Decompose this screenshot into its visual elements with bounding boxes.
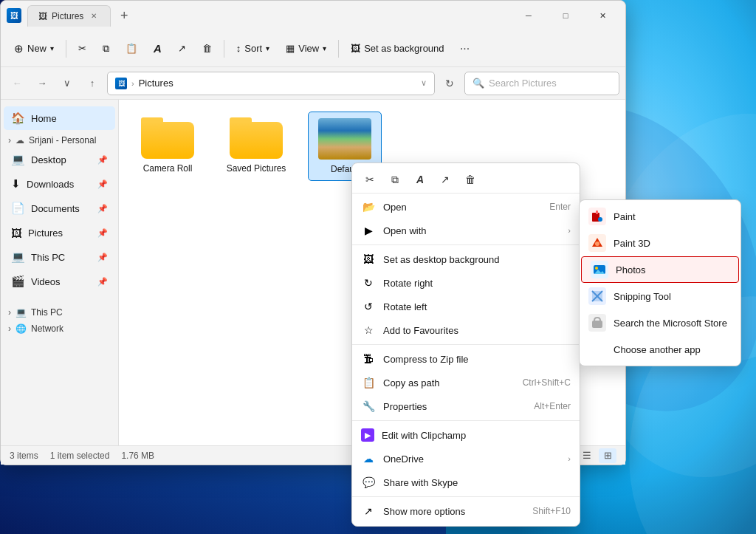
sm-item-paint3d[interactable]: Paint 3D xyxy=(580,230,740,256)
forward-button[interactable]: → xyxy=(32,73,52,94)
cm-item-properties[interactable]: 🔧 Properties Alt+Enter xyxy=(352,394,580,418)
rotate-right-label: Rotate right xyxy=(383,278,571,289)
sm-item-paint[interactable]: Paint xyxy=(580,203,740,230)
rotate-right-icon: ↻ xyxy=(361,275,376,290)
cm-item-rotate-left[interactable]: ↺ Rotate left xyxy=(352,295,580,318)
cm-item-show-more[interactable]: ↗ Show more options Shift+F10 xyxy=(352,499,580,523)
cm-delete-button[interactable]: 🗑 xyxy=(458,169,482,190)
cm-item-add-favourites[interactable]: ☆ Add to Favourites xyxy=(352,318,580,342)
sm-item-ms-store[interactable]: Search the Microsoft Store xyxy=(580,309,740,336)
sort-button[interactable]: ↕ Sort ▾ xyxy=(229,35,277,62)
cm-item-open-with[interactable]: ▶ Open with › xyxy=(352,219,580,242)
toolbar-sep-1 xyxy=(66,40,66,58)
folder-body-2 xyxy=(230,122,283,159)
rename-button[interactable]: A xyxy=(146,35,169,62)
minimize-button[interactable]: ─ xyxy=(512,4,546,27)
view-label: View xyxy=(298,43,319,54)
cm-rename-button[interactable]: A xyxy=(408,169,432,190)
cm-item-compress-zip[interactable]: 🗜 Compress to Zip file xyxy=(352,347,580,371)
copy-button[interactable]: ⧉ xyxy=(95,35,117,62)
folder-item-saved-pictures[interactable]: Saved Pictures xyxy=(219,112,293,181)
delete-button[interactable]: 🗑 xyxy=(195,35,219,62)
onedrive-icon: ☁ xyxy=(361,451,376,466)
set-bg-button[interactable]: 🖼 Set as background xyxy=(343,35,451,62)
close-button[interactable]: ✕ xyxy=(585,4,619,27)
cm-item-open[interactable]: 📂 Open Enter xyxy=(352,195,580,219)
address-dropdown-icon[interactable]: ∨ xyxy=(421,78,427,88)
sidebar-item-thispc-pinned[interactable]: 💻 This PC 📌 xyxy=(4,245,115,269)
videos-icon: 🎬 xyxy=(11,275,25,288)
snipping-tool-label: Snipping Tool xyxy=(614,291,732,302)
cm-item-share-skype[interactable]: 💬 Share with Skype xyxy=(352,470,580,494)
cm-item-edit-clipchamp[interactable]: ▶ Edit with Clipchamp xyxy=(352,423,580,447)
sm-item-snipping-tool[interactable]: Snipping Tool xyxy=(580,283,740,309)
toolbar-sep-3 xyxy=(338,40,339,58)
sidebar-home-label: Home xyxy=(31,113,57,124)
view-toggle-group: ☰ ⊞ xyxy=(578,448,616,463)
view-button[interactable]: ▦ View ▾ xyxy=(278,35,334,62)
maximize-button[interactable]: □ xyxy=(549,4,583,27)
search-bar[interactable]: 🔍 Search Pictures xyxy=(464,72,619,95)
section-arrow: › xyxy=(8,135,11,146)
share-skype-label: Share with Skype xyxy=(383,477,571,488)
open-icon: 📂 xyxy=(361,199,376,214)
toolbar: ⊕ New ▾ ✂ ⧉ 📋 A ↗ 🗑 ↕ Sort ▾ ▦ xyxy=(1,30,625,67)
sidebar-section-network[interactable]: › 🌐 Network xyxy=(1,319,118,335)
sidebar-section-personal[interactable]: › ☁ Srijani - Personal xyxy=(1,131,118,147)
set-bg-icon: 🖼 xyxy=(351,43,360,54)
submenu-open-with: Paint Paint 3D Photos Snip xyxy=(579,199,741,366)
active-tab[interactable]: 🖼 Pictures ✕ xyxy=(27,5,111,27)
address-icon: 🖼 xyxy=(115,78,127,89)
sidebar-section-thispc[interactable]: › 💻 This PC xyxy=(1,303,118,319)
tab-close-button[interactable]: ✕ xyxy=(88,10,100,22)
new-dropdown-icon: ▾ xyxy=(50,44,54,52)
cm-copy-button[interactable]: ⧉ xyxy=(383,169,407,190)
pin-icon-downloads: 📌 xyxy=(97,179,108,189)
selection-status: 1 item selected xyxy=(50,451,110,461)
sidebar-item-pictures[interactable]: 🖼 Pictures 📌 xyxy=(4,221,115,244)
paste-button[interactable]: 📋 xyxy=(118,35,145,62)
sidebar-item-desktop[interactable]: 💻 Desktop 📌 xyxy=(4,148,115,171)
new-tab-button[interactable]: + xyxy=(114,5,134,26)
up-button[interactable]: ↑ xyxy=(82,73,103,94)
image-thumbnail-default xyxy=(318,118,371,160)
search-icon: 🔍 xyxy=(472,78,484,89)
set-bg-label: Set as background xyxy=(364,43,444,54)
cm-cut-button[interactable]: ✂ xyxy=(358,169,382,190)
sidebar-item-documents[interactable]: 📄 Documents 📌 xyxy=(4,196,115,220)
pictures-icon: 🖼 xyxy=(11,227,22,239)
more-options-button[interactable]: ··· xyxy=(453,37,477,61)
address-bar[interactable]: 🖼 › Pictures ∨ xyxy=(107,72,435,95)
cut-button[interactable]: ✂ xyxy=(71,35,94,62)
cm-item-copy-path[interactable]: 📋 Copy as path Ctrl+Shift+C xyxy=(352,371,580,394)
new-button[interactable]: ⊕ New ▾ xyxy=(7,35,61,62)
new-label: New xyxy=(27,43,47,54)
sort-dropdown-icon: ▾ xyxy=(266,44,269,52)
sidebar-item-videos[interactable]: 🎬 Videos 📌 xyxy=(4,270,115,293)
back-button[interactable]: ← xyxy=(7,73,27,94)
desktop-icon: 💻 xyxy=(11,153,25,166)
cm-item-set-desktop-bg[interactable]: 🖼 Set as desktop background xyxy=(352,247,580,271)
share-button[interactable]: ↗ xyxy=(171,35,193,62)
sidebar-item-home[interactable]: 🏠 Home xyxy=(4,106,115,130)
cm-item-rotate-right[interactable]: ↻ Rotate right xyxy=(352,271,580,295)
grid-view-toggle[interactable]: ⊞ xyxy=(599,448,616,463)
cm-sep-1 xyxy=(352,244,580,245)
list-view-toggle[interactable]: ☰ xyxy=(578,448,596,463)
recent-button[interactable]: ∨ xyxy=(57,73,78,94)
onedrive-label: OneDrive xyxy=(383,453,560,465)
cm-sep-2 xyxy=(352,344,580,345)
snipping-tool-icon xyxy=(588,287,606,305)
sidebar: 🏠 Home › ☁ Srijani - Personal 💻 Desktop … xyxy=(1,100,119,445)
folder-item-camera-roll[interactable]: Camera Roll xyxy=(131,112,205,181)
cm-share-button[interactable]: ↗ xyxy=(433,169,457,190)
sidebar-item-downloads[interactable]: ⬇ Downloads 📌 xyxy=(4,172,115,196)
rename-icon: A xyxy=(154,42,162,55)
choose-app-label: Choose another app xyxy=(614,344,732,355)
cm-item-onedrive[interactable]: ☁ OneDrive › xyxy=(352,447,580,470)
refresh-button[interactable]: ↻ xyxy=(439,73,460,94)
open-label: Open xyxy=(383,202,542,213)
context-menu: ✂ ⧉ A ↗ 🗑 📂 Open Enter ▶ Open with › 🖼 S… xyxy=(351,162,580,527)
sm-item-photos[interactable]: Photos xyxy=(581,256,739,283)
sm-item-choose-app[interactable]: Choose another app xyxy=(580,336,740,363)
